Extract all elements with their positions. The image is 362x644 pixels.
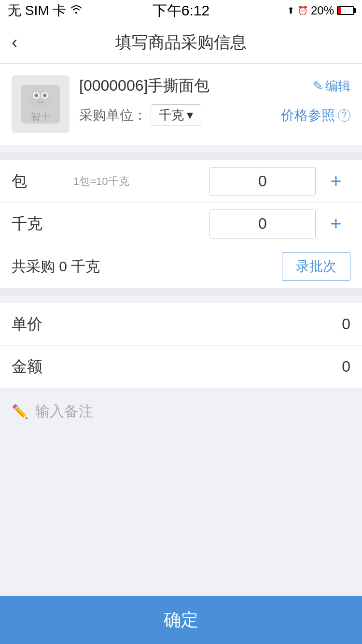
product-logo-text: 智十 [31,111,50,124]
product-card: 智十 [0000006]手撕面包 ✎ 编辑 采购单位： 千克 ▾ 价格参照 ? [0,64,362,145]
content-fill [0,435,362,596]
price-section: 单价 0 金额 0 [0,303,362,388]
pencil-icon: ✏️ [12,404,28,420]
battery-percent: 20% [311,4,334,17]
alarm-icon: ⏰ [297,5,308,16]
summary-row: 共采购 0 千克 录批次 [0,245,362,288]
status-left: 无 SIM 卡 [8,1,83,20]
price-ref-button[interactable]: 价格参照 ? [281,106,350,125]
product-unit-row: 采购单位： 千克 ▾ 价格参照 ? [79,104,350,126]
unit-price-value: 0 [342,315,350,333]
unit-select[interactable]: 千克 ▾ [151,104,201,126]
note-section[interactable]: ✏️ 输入备注 [0,388,362,435]
section-divider-1 [0,153,362,160]
bao-input-group: + [209,167,350,196]
bao-plus-button[interactable]: + [321,167,350,196]
product-name: [0000006]手撕面包 [79,75,209,97]
info-icon: ? [338,109,350,122]
dropdown-icon: ▾ [187,108,193,123]
summary-text: 共采购 0 千克 [12,257,100,277]
record-batch-button[interactable]: 录批次 [282,252,350,281]
svg-point-3 [34,94,38,98]
bao-input[interactable] [209,167,316,196]
bao-label: 包 [12,171,70,192]
note-placeholder: 输入备注 [35,402,93,421]
kilogram-input[interactable] [209,210,316,238]
kilogram-label: 千克 [12,213,70,235]
bao-sub: 1包=10千克 [73,174,129,189]
product-info: [0000006]手撕面包 ✎ 编辑 采购单位： 千克 ▾ 价格参照 ? [79,75,350,126]
svg-point-4 [43,94,47,98]
unit-label: 采购单位： [79,106,147,125]
back-button[interactable]: ‹ [12,32,17,53]
status-right: ⬆ ⏰ 20% [287,4,354,17]
page-title: 填写商品采购信息 [115,31,247,54]
status-bar: 无 SIM 卡 下午6:12 ⬆ ⏰ 20% [0,0,362,21]
amount-value: 0 [342,358,350,376]
kilogram-input-group: + [209,210,350,238]
status-time: 下午6:12 [153,1,209,21]
unit-price-row: 单价 0 [0,303,362,346]
section-divider-2 [0,288,362,295]
edit-button[interactable]: ✎ 编辑 [313,78,350,95]
nav-bar: ‹ 填写商品采购信息 [0,21,362,64]
battery-icon [337,6,354,15]
svg-point-0 [30,90,51,107]
amount-label: 金额 [12,356,42,378]
input-section: 包 1包=10千克 + 千克 + 共采购 0 千克 录批次 [0,160,362,288]
amount-row: 金额 0 [0,346,362,388]
unit-price-label: 单价 [12,314,42,335]
no-sim-text: 无 SIM 卡 [8,1,66,20]
product-image: 智十 [12,75,70,133]
edit-icon: ✎ [313,79,323,94]
location-icon: ⬆ [287,5,294,16]
product-header: [0000006]手撕面包 ✎ 编辑 [79,75,350,97]
kilogram-plus-button[interactable]: + [321,210,350,238]
wifi-icon [70,4,83,17]
kilogram-row: 千克 + [0,203,362,245]
bao-row: 包 1包=10千克 + [0,160,362,203]
confirm-label: 确定 [164,608,198,632]
confirm-button[interactable]: 确定 [0,596,362,644]
